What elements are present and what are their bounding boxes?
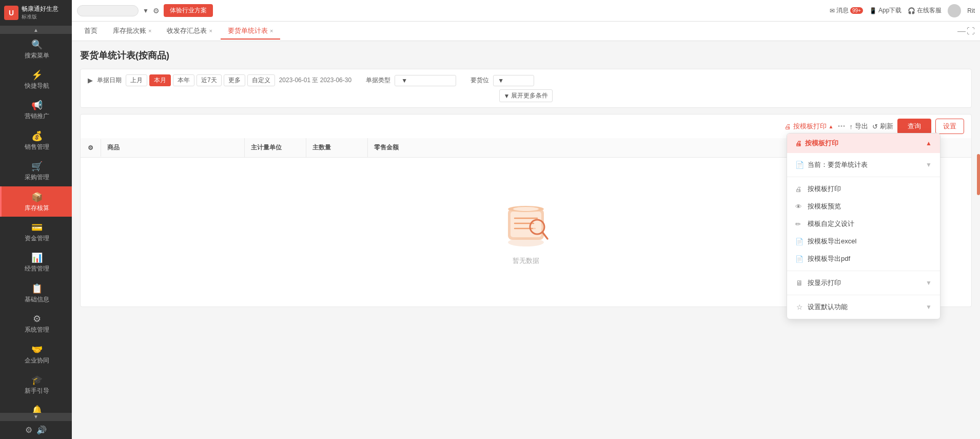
sidebar-label-finance: 资金管理	[25, 235, 49, 242]
topbar-gear-icon[interactable]: ⚙	[153, 7, 160, 15]
settings-button[interactable]: 设置	[935, 119, 964, 134]
window-maximize-button[interactable]: ⛶	[967, 27, 975, 36]
type-select[interactable]: ▼	[395, 75, 456, 86]
svg-point-10	[513, 207, 539, 211]
topbar-dropdown-chevron[interactable]: ▼	[143, 7, 149, 14]
speaker-icon[interactable]: 🔊	[36, 425, 47, 435]
avatar[interactable]	[948, 4, 961, 17]
display-print-chevron: ▼	[926, 279, 932, 287]
th-gear[interactable]: ⚙	[81, 139, 101, 157]
display-print-icon: 🖥	[795, 279, 803, 287]
dropdown-item-template-preview[interactable]: 👁 按模板预览	[787, 198, 940, 215]
dropdown-item-display-print[interactable]: 🖥 按显示打印 ▼	[787, 274, 940, 292]
export-icon: ↑	[850, 123, 853, 130]
dropdown-item-template-excel[interactable]: 📄 按模板导出excel	[787, 233, 940, 250]
message-btn[interactable]: ✉ 消息 99+	[830, 6, 863, 15]
expand-conditions-button[interactable]: ▼ 展开更多条件	[499, 89, 553, 102]
export-button[interactable]: ↑ 导出	[850, 122, 869, 131]
dropdown-printer-icon: 🖨	[795, 140, 802, 147]
sidebar-item-purchase[interactable]: 🛒 采购管理	[0, 156, 72, 186]
date-btn-last-month[interactable]: 上月	[126, 74, 147, 86]
template-print-icon: 🖨	[795, 185, 803, 193]
set-default-chevron: ▼	[926, 303, 932, 311]
print-template-button[interactable]: 🖨 按模板打印 ▲	[785, 122, 834, 131]
expand-label: 展开更多条件	[511, 91, 548, 100]
sidebar-item-search[interactable]: 🔍 搜索菜单	[0, 34, 72, 64]
tab-inventory-batch[interactable]: 库存批次账 ×	[106, 23, 159, 40]
online-service-btn[interactable]: 🎧 在线客服	[908, 6, 942, 15]
sidebar-item-finance[interactable]: 💳 资金管理	[0, 217, 72, 247]
system-icon: ⚙	[33, 313, 41, 325]
sidebar-item-sales[interactable]: 💰 销售管理	[0, 125, 72, 156]
display-print-label: 按显示打印	[808, 278, 922, 288]
sidebar-item-inventory[interactable]: 📦 库存核算	[0, 186, 72, 217]
dropdown-item-set-default[interactable]: ☆ 设置默认功能 ▼	[787, 298, 940, 316]
tab-order-summary-close[interactable]: ×	[270, 28, 273, 34]
window-minimize-button[interactable]: —	[957, 27, 966, 36]
refresh-button[interactable]: ↺ 刷新	[872, 122, 893, 131]
date-btn-custom[interactable]: 自定义	[247, 74, 275, 86]
print-dropdown: 🖨 按模板打印 ▲ 📄 当前：要货单统计表 ▼	[787, 133, 940, 319]
svg-point-7	[533, 222, 542, 232]
tab-inventory-batch-close[interactable]: ×	[148, 28, 151, 34]
req-goods-select[interactable]: ▼	[493, 75, 534, 86]
sidebar-item-marketing[interactable]: 📢 营销推广	[0, 94, 72, 125]
tab-home-label: 首页	[84, 26, 97, 35]
tab-home[interactable]: 首页	[77, 23, 105, 40]
tab-receipt-summary-close[interactable]: ×	[209, 28, 212, 34]
filter-expand-icon[interactable]: ▶	[88, 77, 93, 84]
current-template-label: 当前：要货单统计表	[808, 160, 922, 169]
type-select-chevron: ▼	[401, 77, 407, 84]
refresh-label: 刷新	[880, 122, 893, 131]
sidebar-logo: U 畅康通好生意 标准版	[0, 0, 72, 26]
tab-order-summary-label: 要货单统计表	[228, 26, 268, 35]
scroll-indicator[interactable]	[977, 154, 980, 195]
date-btn-this-month[interactable]: 本月	[149, 74, 171, 86]
dropdown-title-area: 🖨 按模板打印	[795, 139, 838, 148]
sidebar-label-newbie: 新手引导	[25, 387, 49, 394]
set-default-icon: ☆	[795, 303, 803, 311]
dropdown-header: 🖨 按模板打印 ▲	[787, 133, 940, 153]
dropdown-item-template-pdf[interactable]: 📄 按模板导出pdf	[787, 250, 940, 268]
more-options-button[interactable]: ···	[837, 121, 845, 132]
dropdown-title: 按模板打印	[805, 139, 838, 148]
sidebar-item-app-center[interactable]: 🔔 应用中心	[0, 399, 72, 413]
sidebar-item-newbie[interactable]: 🎓 新手引导	[0, 369, 72, 399]
dropdown-item-template-custom[interactable]: ✏ 模板自定义设计	[787, 215, 940, 233]
page-title: 要货单统计表(按商品)	[80, 49, 972, 62]
tab-receipt-summary[interactable]: 收发存汇总表 ×	[160, 23, 219, 40]
print-template-label: 按模板打印	[793, 122, 827, 131]
dropdown-item-template-print[interactable]: 🖨 按模板打印	[787, 180, 940, 198]
tab-order-summary[interactable]: 要货单统计表 ×	[221, 23, 280, 40]
sidebar-item-quick-nav[interactable]: ⚡ 快捷导航	[0, 64, 72, 94]
sidebar-label-quick-nav: 快捷导航	[25, 82, 49, 89]
sidebar-item-system[interactable]: ⚙ 系统管理	[0, 308, 72, 338]
inventory-icon: 📦	[31, 192, 43, 203]
chevron-down-icon: ▼	[498, 77, 504, 84]
sidebar-scroll-down[interactable]: ▼	[0, 413, 72, 421]
app-logo-icon: U	[4, 6, 18, 20]
query-button[interactable]: 查询	[897, 119, 931, 134]
date-btn-this-year[interactable]: 本年	[173, 74, 194, 86]
sidebar-scroll-up[interactable]: ▲	[0, 26, 72, 34]
date-btn-more[interactable]: 更多	[224, 74, 245, 86]
sidebar-item-operation[interactable]: 📊 经营管理	[0, 247, 72, 277]
template-pdf-label: 按模板导出pdf	[808, 254, 850, 263]
newbie-icon: 🎓	[31, 374, 43, 386]
app-download-btn[interactable]: 📱 App下载	[869, 6, 901, 15]
topbar-search-input[interactable]	[77, 5, 139, 16]
purchase-icon: 🛒	[31, 161, 43, 172]
printer-icon: 🖨	[785, 123, 791, 130]
trial-button[interactable]: 体验行业方案	[164, 4, 213, 17]
tabs-bar: 首页 库存批次账 × 收发存汇总表 × 要货单统计表 × — ⛶	[72, 22, 980, 41]
sidebar-item-enterprise[interactable]: 🤝 企业协同	[0, 339, 72, 369]
th-product: 商品	[101, 138, 245, 157]
date-btn-7days[interactable]: 近7天	[197, 74, 222, 86]
dropdown-collapse-icon[interactable]: ▲	[926, 140, 932, 147]
sidebar-item-basic[interactable]: 📋 基础信息	[0, 278, 72, 308]
refresh-icon: ↺	[872, 123, 878, 130]
template-print-label: 按模板打印	[808, 184, 841, 194]
dropdown-current-template[interactable]: 📄 当前：要货单统计表 ▼	[787, 156, 940, 174]
settings-icon[interactable]: ⚙	[25, 425, 32, 435]
dropdown-default-section: ☆ 设置默认功能 ▼	[787, 295, 940, 319]
